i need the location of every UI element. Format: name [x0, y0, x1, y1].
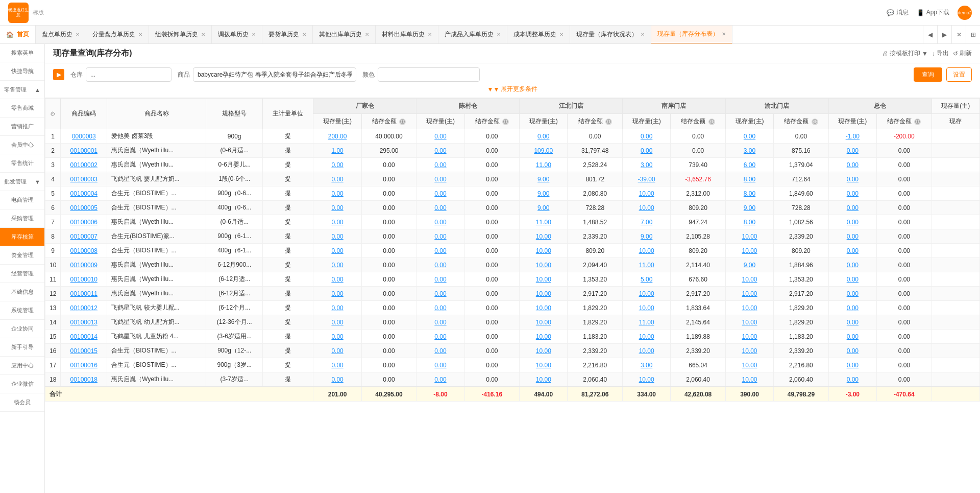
- sidebar-item-basic[interactable]: 基础信息: [0, 283, 44, 301]
- message-btn[interactable]: 💬 消息: [887, 8, 909, 17]
- cell-na-qty: 5.00: [623, 272, 671, 287]
- tab-prev-btn[interactable]: ◀: [923, 26, 937, 44]
- export-btn[interactable]: ↓ 导出: [932, 49, 949, 58]
- sidebar-item-operation[interactable]: 经营管理: [0, 265, 44, 283]
- cell-t-amt: 0.00: [877, 258, 932, 272]
- tab-assembly[interactable]: 组装拆卸单历史 ✕: [149, 26, 212, 44]
- sidebar-item-ecommerce[interactable]: 电商管理: [0, 191, 44, 209]
- col-settings[interactable]: ⚙: [45, 99, 61, 129]
- cell-extra: [932, 272, 979, 287]
- sidebar-item-members[interactable]: 畅会员: [0, 393, 44, 412]
- sidebar-item-nav[interactable]: 快捷导航: [0, 62, 44, 81]
- cell-yb-amt: 2,339.20: [774, 229, 829, 244]
- cell-yb-qty: 10.00: [725, 272, 773, 287]
- cell-f-qty: 0.00: [313, 215, 361, 229]
- tab-inventory-single[interactable]: 盘点单历史 ✕: [36, 26, 86, 44]
- tab-cost-adjust[interactable]: 成本调整单历史 ✕: [507, 26, 570, 44]
- sidebar-item-apps[interactable]: 应用中心: [0, 357, 44, 375]
- sidebar-item-member[interactable]: 会员中心: [0, 136, 44, 154]
- tab-split-inventory[interactable]: 分量盘点单历史 ✕: [86, 26, 149, 44]
- col-nanan: 南岸门店: [623, 99, 726, 114]
- tab-product-in[interactable]: 产成品入库单历史 ✕: [438, 26, 507, 44]
- tab-close-inventory-single[interactable]: ✕: [76, 32, 80, 37]
- sidebar-item-retail-stats[interactable]: 零售统计: [0, 154, 44, 173]
- cell-c-qty: 0.00: [416, 172, 464, 186]
- warehouse-input[interactable]: [86, 67, 172, 82]
- cell-extra: [932, 158, 979, 172]
- cell-idx: 7: [45, 215, 61, 229]
- user-menu[interactable]: demo2: [958, 6, 972, 20]
- sidebar-item-retail-shop[interactable]: 零售商城: [0, 99, 44, 118]
- setting-button[interactable]: 设置: [946, 67, 972, 82]
- tab-close-assembly[interactable]: ✕: [201, 32, 205, 37]
- tab-next-btn[interactable]: ▶: [937, 26, 951, 44]
- cell-spec: 900g（3岁...: [206, 358, 263, 372]
- print-btn[interactable]: 🖨 按模板打印 ▼: [882, 49, 928, 58]
- cell-name: 飞鹤星飞帆 幼儿配方奶...: [107, 315, 206, 330]
- tab-stock-dist[interactable]: 现存量（库存分布表） ✕: [651, 26, 732, 44]
- tab-close-material[interactable]: ✕: [428, 32, 432, 37]
- cell-yb-amt: 875.16: [774, 144, 829, 158]
- sidebar-item-wechat[interactable]: 企业微信: [0, 375, 44, 393]
- cell-na-qty: 10.00: [623, 186, 671, 201]
- cell-jb-qty: 9.00: [520, 201, 568, 215]
- filter-toggle-btn[interactable]: ▶: [53, 69, 64, 80]
- cell-code: 00100007: [61, 229, 107, 244]
- cell-code: 00100016: [61, 358, 107, 372]
- cell-f-qty: 200.00: [313, 129, 361, 144]
- tab-expand-btn[interactable]: ⊞: [966, 26, 980, 44]
- tab-close-requisition[interactable]: ✕: [302, 32, 306, 37]
- sidebar-item-finance[interactable]: 资金管理: [0, 246, 44, 265]
- cell-c-qty: 0.00: [416, 301, 464, 315]
- tab-close-cost[interactable]: ✕: [559, 32, 564, 37]
- tab-close-product-in[interactable]: ✕: [497, 32, 501, 37]
- cell-idx: 6: [45, 201, 61, 215]
- tab-other-out[interactable]: 其他出库单历史 ✕: [313, 26, 376, 44]
- tab-transfer[interactable]: 调拨单历史 ✕: [212, 26, 262, 44]
- tab-close-stock-status[interactable]: ✕: [641, 32, 645, 37]
- cell-name: 合生元（BIOSTIME）...: [107, 344, 206, 358]
- color-input[interactable]: [378, 67, 480, 82]
- cell-jb-qty: 10.00: [520, 358, 568, 372]
- query-button[interactable]: 查询: [914, 67, 942, 82]
- sidebar-item-search[interactable]: 搜索英单: [0, 44, 44, 62]
- export-icon: ↓: [932, 50, 935, 57]
- sidebar-item-wholesale[interactable]: 批发管理 ▼: [0, 173, 44, 191]
- print-icon: 🖨: [882, 50, 888, 57]
- sidebar-item-guide[interactable]: 新手引导: [0, 338, 44, 357]
- cell-jb-qty: 9.00: [520, 186, 568, 201]
- tab-close-other-out[interactable]: ✕: [365, 32, 369, 37]
- sidebar-item-enterprise[interactable]: 企业协同: [0, 320, 44, 338]
- cell-f-qty: 0.00: [313, 344, 361, 358]
- cell-na-amt: 0.00: [671, 144, 726, 158]
- sidebar-item-system[interactable]: 系统管理: [0, 301, 44, 320]
- refresh-btn[interactable]: ↺ 刷新: [953, 49, 972, 58]
- app-download-btn[interactable]: 📱 App下载: [917, 8, 949, 17]
- cell-yb-amt: 2,060.40: [774, 372, 829, 387]
- cell-na-qty: 0.00: [623, 129, 671, 144]
- sidebar-item-marketing[interactable]: 营销推广: [0, 118, 44, 136]
- tab-requisition[interactable]: 要货单历史 ✕: [262, 26, 313, 44]
- cell-t-qty: 0.00: [828, 358, 876, 372]
- product-input[interactable]: [193, 67, 356, 82]
- tab-close-transfer[interactable]: ✕: [252, 32, 256, 37]
- tab-stock-status[interactable]: 现存量（库存状况表） ✕: [570, 26, 651, 44]
- cell-name: 合生元（BIOSTIME）...: [107, 201, 206, 215]
- chevron-down-icon: ▼▼: [487, 86, 500, 93]
- tab-home[interactable]: 🏠 首页: [0, 26, 36, 44]
- tab-close-stock-dist[interactable]: ✕: [722, 31, 726, 37]
- table-container[interactable]: ⚙ 商品编码 商品名称 规格型号 主计量单位 厂家仓 陈村仓 江北门店 南岸门店…: [45, 98, 980, 493]
- tab-material-out[interactable]: 材料出库单历史 ✕: [376, 26, 438, 44]
- expand-conditions-btn[interactable]: ▼▼ 展开更多条件: [487, 85, 538, 93]
- table-row: 12 00100011 惠氏启胤（Wyeth illu... (6-12月适..…: [45, 287, 980, 301]
- sidebar-item-inventory[interactable]: 库存核算: [0, 228, 44, 246]
- tab-close-all-btn[interactable]: ✕: [951, 26, 966, 44]
- summary-t-qty: -3.00: [828, 387, 876, 402]
- sidebar-item-retail[interactable]: 零售管理 ▲: [0, 81, 44, 99]
- cell-c-amt: 0.00: [464, 158, 520, 172]
- sidebar-item-purchase[interactable]: 采购管理: [0, 209, 44, 228]
- cell-c-qty: 0.00: [416, 315, 464, 330]
- cell-code: 00100006: [61, 215, 107, 229]
- cell-idx: 14: [45, 315, 61, 330]
- tab-close-split[interactable]: ✕: [138, 32, 142, 37]
